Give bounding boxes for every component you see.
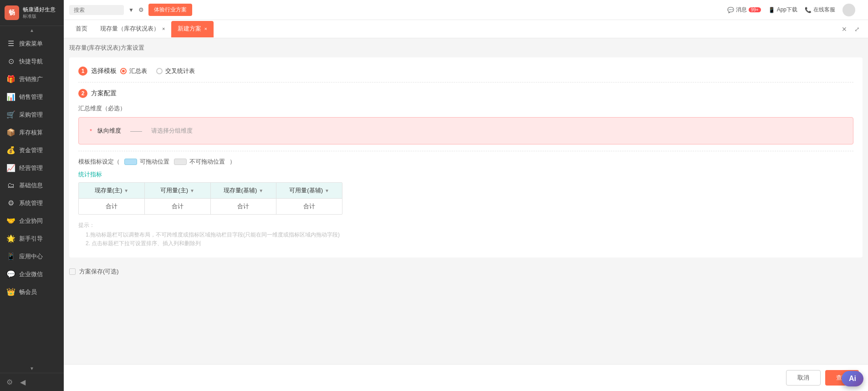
brand-header: 畅 畅康通好生意 标准版 — [0, 0, 64, 26]
search-input[interactable] — [69, 5, 124, 15]
enterprise-icon: 🤝 — [6, 216, 15, 225]
tips-title: 提示： — [78, 221, 853, 229]
template-radio-group: 汇总表 交叉统计表 — [120, 67, 195, 75]
sidebar-item-label-system: 系统管理 — [19, 199, 43, 207]
online-service-btn[interactable]: 📞 在线客服 — [805, 6, 835, 14]
quick-nav-icon: ⊙ — [6, 57, 15, 66]
template-indicator-label: 模板指标设定（ — [78, 158, 120, 166]
settings-card: 1 选择模板 汇总表 交叉统计表 2 方案配置 — [69, 57, 863, 257]
topbar-dropdown[interactable]: ▼ — [128, 7, 134, 13]
tips-item-1: 2. 点击标题栏下拉可设置排序、插入列和删除列 — [86, 240, 853, 247]
stats-col-available-aux-label: 可用量(基辅) — [289, 186, 323, 195]
system-icon: ⚙ — [6, 199, 15, 207]
section-divider-1 — [78, 82, 853, 82]
sidebar-item-newbie[interactable]: 🌟 新手引导 — [0, 230, 64, 247]
sidebar-item-label-operation: 经营管理 — [19, 164, 43, 172]
sidebar-item-label-wechat: 企业微信 — [19, 270, 43, 278]
tab-inventory-status-label: 现存量（库存状况表） — [100, 25, 159, 33]
stats-col-available-aux-chevron: ▼ — [325, 188, 329, 193]
dimension-placeholder: 请选择分组维度 — [151, 127, 193, 135]
app-download-icon: 📱 — [768, 7, 775, 13]
sidebar-item-label-search-menu: 搜索菜单 — [19, 40, 43, 48]
footer-help-icon[interactable]: ◀ — [20, 378, 26, 386]
tips-section: 提示： 1.拖动标题栏可以调整布局，不可跨维度或指标区域拖动栏目字段(只能在同一… — [78, 221, 853, 247]
tab-new-plan[interactable]: 新建方案 × — [171, 21, 213, 37]
step2-header: 2 方案配置 — [78, 89, 853, 98]
brand-name: 畅康通好生意 — [23, 6, 56, 14]
cancel-button[interactable]: 取消 — [786, 370, 821, 386]
user-avatar[interactable] — [842, 4, 855, 16]
app-download-btn[interactable]: 📱 App下载 — [768, 6, 797, 14]
brand-edition: 标准版 — [23, 13, 56, 20]
stats-col-current-aux[interactable]: 现存量(基辅) ▼ — [211, 183, 277, 198]
footer-actions: 取消 查询 — [64, 364, 868, 391]
tips-item-0: 1.拖动标题栏可以调整布局，不可跨维度或指标区域拖动栏目字段(只能在同一维度或指… — [86, 231, 853, 239]
window-controls: ✕ ⤢ — [839, 24, 863, 35]
wechat-icon: 💬 — [6, 270, 15, 278]
save-checkbox[interactable] — [69, 268, 76, 275]
dimension-area[interactable]: * 纵向维度 —— 请选择分组维度 — [78, 117, 853, 144]
tab-inventory-status-close[interactable]: × — [162, 26, 165, 31]
purchase-icon: 🛒 — [6, 110, 15, 119]
sidebar-item-base-info[interactable]: 🗂 基础信息 — [0, 177, 64, 194]
radio-cross[interactable]: 交叉统计表 — [156, 67, 195, 75]
tab-new-plan-close[interactable]: × — [204, 26, 207, 31]
stats-cell-0-3: 合计 — [276, 199, 342, 214]
finance-icon: 💰 — [6, 146, 15, 154]
stats-col-current-main[interactable]: 现存量(主) ▼ — [79, 183, 145, 198]
draggable-indicator: 可拖动位置 — [124, 158, 169, 166]
sidebar-scroll-down[interactable]: ▼ — [0, 364, 64, 373]
sidebar-item-wechat[interactable]: 💬 企业微信 — [0, 265, 64, 283]
radio-summary[interactable]: 汇总表 — [120, 67, 147, 75]
stats-cell-0-1: 合计 — [145, 199, 211, 214]
sidebar-item-app-center[interactable]: 📱 应用中心 — [0, 247, 64, 265]
expand-panel-btn[interactable]: ⤢ — [852, 24, 863, 35]
sidebar-item-marketing[interactable]: 🎁 营销推广 — [0, 70, 64, 88]
stats-label: 统计指标 — [78, 170, 853, 179]
stats-table-row-0: 合计 合计 合计 合计 — [79, 199, 342, 214]
experience-btn[interactable]: 体验行业方案 — [148, 4, 192, 16]
sidebar-item-enterprise[interactable]: 🤝 企业协同 — [0, 212, 64, 230]
tab-bar: 首页 现存量（库存状况表） × 新建方案 × ✕ ⤢ — [64, 20, 868, 38]
message-btn[interactable]: 💬 消息 99+ — [727, 6, 761, 14]
tab-new-plan-label: 新建方案 — [178, 25, 201, 33]
sidebar-item-finance[interactable]: 💰 资金管理 — [0, 141, 64, 159]
save-option: 方案保存(可选) — [69, 263, 863, 280]
tab-home[interactable]: 首页 — [69, 21, 94, 37]
topbar: ▼ ⚙ 体验行业方案 💬 消息 99+ 📱 App下载 📞 在线客服 — [64, 0, 868, 20]
sidebar-scroll-up[interactable]: ▲ — [0, 26, 64, 35]
app-center-icon: 📱 — [6, 252, 15, 261]
stats-col-available-main[interactable]: 可用量(主) ▼ — [145, 183, 211, 198]
footer-settings-icon[interactable]: ⚙ — [6, 378, 13, 386]
draggable-label: 可拖动位置 — [140, 158, 169, 166]
radio-cross-circle — [156, 68, 163, 74]
newbie-icon: 🌟 — [6, 234, 15, 243]
message-badge: 99+ — [749, 7, 761, 12]
stats-col-available-aux[interactable]: 可用量(基辅) ▼ — [276, 183, 342, 198]
page-title: 现存量(库存状况表)方案设置 — [69, 44, 863, 52]
template-indicator: 模板指标设定（ 可拖动位置 不可拖动位置 ） — [78, 158, 853, 166]
step1-header: 1 选择模板 汇总表 交叉统计表 — [78, 67, 853, 76]
sidebar-item-purchase[interactable]: 🛒 采购管理 — [0, 106, 64, 123]
sidebar-item-member[interactable]: 👑 畅会员 — [0, 283, 64, 301]
marketing-icon: 🎁 — [6, 75, 15, 83]
sidebar-item-system[interactable]: ⚙ 系统管理 — [0, 194, 64, 212]
step1-title: 选择模板 — [91, 67, 117, 75]
close-panel-btn[interactable]: ✕ — [839, 24, 850, 35]
sidebar-footer: ⚙ ◀ — [0, 373, 64, 391]
stats-col-current-aux-label: 现存量(基辅) — [224, 186, 257, 195]
service-label: 在线客服 — [813, 6, 835, 14]
sidebar-item-inventory[interactable]: 📦 库存核算 — [0, 123, 64, 141]
dimension-dash: —— — [130, 128, 142, 134]
sidebar-item-operation[interactable]: 📈 经营管理 — [0, 159, 64, 177]
sidebar-item-sales[interactable]: 📊 销售管理 — [0, 88, 64, 106]
sidebar-item-search-menu[interactable]: ☰ 搜索菜单 — [0, 35, 64, 52]
stats-col-current-aux-chevron: ▼ — [259, 188, 263, 193]
topbar-settings-icon[interactable]: ⚙ — [138, 6, 144, 13]
tab-inventory-status[interactable]: 现存量（库存状况表） × — [94, 21, 171, 37]
ai-bubble[interactable]: Ai — [842, 371, 863, 386]
search-menu-icon: ☰ — [6, 39, 15, 48]
sidebar-item-quick-nav[interactable]: ⊙ 快捷导航 — [0, 52, 64, 70]
fixed-box — [174, 159, 187, 165]
base-info-icon: 🗂 — [6, 181, 15, 190]
